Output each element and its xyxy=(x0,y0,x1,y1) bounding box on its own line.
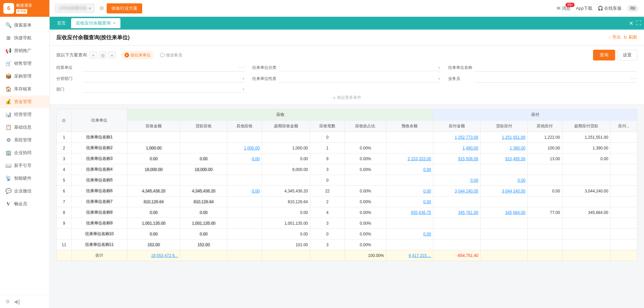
sidebar-item-warehouse[interactable]: 🏠 库存核算 xyxy=(0,83,49,95)
sidebar-label-search: 搜索菜单 xyxy=(14,22,32,28)
tab-ar-ap-label: 应收应付余额查询 xyxy=(76,20,111,26)
sidebar-label-system: 系统管理 xyxy=(14,137,32,143)
salesperson-input[interactable] xyxy=(474,75,631,82)
settings-button[interactable]: 设置 xyxy=(617,50,637,60)
sidebar-item-member[interactable]: V 畅会员 xyxy=(0,197,49,210)
topbar-gear-icon[interactable]: ⚙ xyxy=(99,5,104,11)
tab-ar-ap[interactable]: 应收应付余额查询 ✕ xyxy=(71,18,120,28)
scheme-settings-button[interactable]: ◎ xyxy=(99,51,106,59)
topbar-actions: ⚙ 体验行业方案 xyxy=(99,3,142,13)
tab-close-window-icon[interactable]: ✕ xyxy=(629,20,633,27)
th-gear[interactable]: ⚙ xyxy=(57,109,72,132)
marketing-icon: 📢 xyxy=(5,48,11,54)
tabbar-actions: ✕ ⛶ xyxy=(629,20,641,27)
dept-manager-select[interactable]: ▾ xyxy=(83,76,246,82)
partner-nature-select[interactable]: ▾ xyxy=(279,76,441,82)
total-label: 合计 xyxy=(71,250,127,261)
sidebar-label-sales: 销售管理 xyxy=(14,60,32,67)
th-ar-other: 其他应收 xyxy=(227,121,262,132)
sidebar-item-system[interactable]: ⚙ 系统管理 xyxy=(0,134,49,146)
total-ar-advance[interactable]: 6,417,215.... xyxy=(386,250,433,261)
user-info[interactable]: Rit xyxy=(627,5,639,12)
sidebar-item-finance[interactable]: 💰 资金管理 xyxy=(0,95,49,108)
group-unit-icon: ● xyxy=(124,53,129,57)
collapse-arrow-icon: ∧ xyxy=(333,95,336,100)
basic-icon: 📋 xyxy=(5,124,11,130)
sidebar-item-marketing[interactable]: 📢 营销推广 xyxy=(0,44,49,57)
total-ap-more xyxy=(610,250,637,261)
sidebar-item-search[interactable]: 🔍 搜索菜单 xyxy=(0,19,49,32)
partner-name-cell: 往来单位名称10 xyxy=(71,229,127,239)
refresh-button[interactable]: ↻ 刷新 xyxy=(624,34,637,40)
partner-name-input[interactable] xyxy=(475,64,637,72)
partner-name-cell: 往来单位名称4 xyxy=(71,164,127,175)
total-ar-amount[interactable]: 19,553,472,6... xyxy=(127,250,180,261)
sidebar-label-wechat: 企业微信 xyxy=(14,188,32,194)
partner-name-cell: 往来单位名称7 xyxy=(71,196,127,207)
partner-nature-arrow: ▾ xyxy=(438,77,440,81)
table-row: 8往来单位名称80.000.000.0040.00%655,636.75345,… xyxy=(57,207,637,218)
grid-icon: ⊞ xyxy=(5,35,11,41)
dept-arrow: ▾ xyxy=(243,87,244,91)
customer-service-link[interactable]: 🎧在线客服 xyxy=(598,5,622,11)
partner-name-label: 往来单位名称 xyxy=(448,65,472,71)
tab-home[interactable]: 首页 xyxy=(52,18,70,28)
group-by-unit[interactable]: ● 按往来单位 xyxy=(121,51,154,59)
footer-collapse-icon[interactable]: ◀‖ xyxy=(14,299,20,305)
topbar-right: ✉ 消息 99+ App下载 🎧在线客服 Rit xyxy=(557,5,639,12)
sidebar-item-purchase[interactable]: 📦 采购管理 xyxy=(0,70,49,83)
customer-service-label: 在线客服 xyxy=(604,5,622,11)
search-panel: 按以下方案查询 + ◎ « ● 按往来单位 按业务员 xyxy=(50,46,644,105)
tab-fullscreen-icon[interactable]: ⛶ xyxy=(636,20,641,27)
settlement-input[interactable] xyxy=(83,64,239,71)
group-unit-label: 按往来单位 xyxy=(130,52,151,58)
logo-icon: 6 xyxy=(3,3,14,14)
th-ap-other: 其他应付 xyxy=(528,121,562,132)
settlement-label: 结算单位 xyxy=(56,65,80,71)
partner-name-cell: 往来单位名称3 xyxy=(71,153,127,164)
main-area: 公司名称显示处 ▾ ⚙ 体验行业方案 ✉ 消息 99+ App下载 🎧在线客服 … xyxy=(50,0,644,308)
tab-close-icon[interactable]: ✕ xyxy=(113,21,116,26)
system-icon: ⚙ xyxy=(5,137,11,143)
sidebar-footer: ⚙ ◀‖ xyxy=(0,295,49,308)
settlement-dots[interactable]: ··· xyxy=(239,64,246,71)
sidebar-item-sales[interactable]: 🛒 销售管理 xyxy=(0,57,49,70)
sidebar-label-hardware: 智能硬件 xyxy=(14,175,32,181)
table-wrapper: ⚙ 往来单位 应收 应付 应收金额 贷款应收 其他应收 超期应收金额 应收笔数 … xyxy=(50,105,644,308)
footer-settings-icon[interactable]: ⚙ xyxy=(5,299,10,305)
solution-button[interactable]: 体验行业方案 xyxy=(107,3,142,13)
sidebar-item-guide[interactable]: 📖 新手引导 xyxy=(0,159,49,172)
collapse-button[interactable]: ∧ 收起更多条件 xyxy=(56,95,637,100)
table-row: 9往来单位名称91,001,135.001,001,135.001,001,13… xyxy=(57,218,637,229)
add-scheme-button[interactable]: + xyxy=(90,51,97,59)
scheme-back-button[interactable]: « xyxy=(108,51,116,59)
sales-icon: 🛒 xyxy=(5,60,11,67)
partner-type-select[interactable]: ▾ xyxy=(279,64,441,71)
sidebar-item-quick[interactable]: ⊞ 快捷导航 xyxy=(0,32,49,44)
company-name: 公司名称显示处 xyxy=(59,5,87,11)
group-by-staff[interactable]: 按业务员 xyxy=(157,51,185,59)
search-fields-row3: 部门 ▾ xyxy=(56,86,637,93)
sidebar-item-basic[interactable]: 📋 基础信息 xyxy=(0,121,49,134)
salesperson-dots[interactable]: ··· xyxy=(631,76,637,82)
tabbar: 首页 应收应付余额查询 ✕ ✕ ⛶ xyxy=(50,17,644,30)
notification-area[interactable]: ✉ 消息 99+ xyxy=(557,5,571,11)
sidebar-item-operation[interactable]: 📊 经营管理 xyxy=(0,108,49,121)
collapse-label: 收起更多条件 xyxy=(337,95,361,100)
sidebar-item-hardware[interactable]: 📡 智能硬件 xyxy=(0,172,49,185)
field-partner-name: 往来单位名称 xyxy=(448,64,637,72)
export-icon: ↑ xyxy=(609,35,611,40)
dept-select[interactable]: ▾ xyxy=(83,86,246,93)
partner-name-cell: 往来单位名称11 xyxy=(71,239,127,250)
table-gear-icon[interactable]: ⚙ xyxy=(62,118,66,123)
sidebar-item-corp[interactable]: 🏢 企业协同 xyxy=(0,146,49,159)
app-download-link[interactable]: App下载 xyxy=(576,5,592,11)
table-row: 11往来单位名称11152.00152.00101.0030.00% xyxy=(57,239,637,250)
dropdown-arrow-icon[interactable]: ▾ xyxy=(89,6,91,11)
sidebar-item-wechat[interactable]: 💬 企业微信 xyxy=(0,185,49,197)
topbar: 公司名称显示处 ▾ ⚙ 体验行业方案 ✉ 消息 99+ App下载 🎧在线客服 … xyxy=(50,0,644,17)
partner-nature-label: 往来单位性质 xyxy=(252,76,276,82)
query-button[interactable]: 查询 xyxy=(593,50,615,60)
partner-name-cell: 往来单位名称8 xyxy=(71,207,127,218)
export-button[interactable]: ↑ 导出 xyxy=(609,34,621,40)
